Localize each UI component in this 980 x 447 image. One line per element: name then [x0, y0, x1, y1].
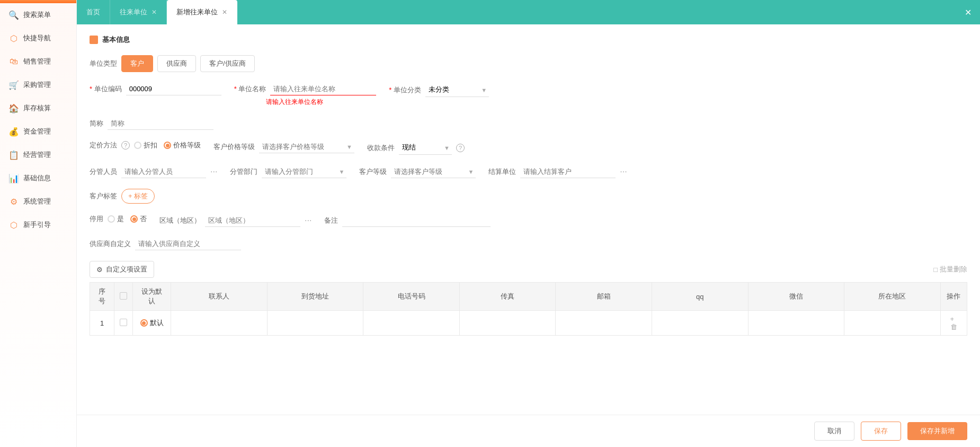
tab-partners-close[interactable]: ✕ — [152, 9, 157, 15]
sidebar-item-search[interactable]: 🔍 搜索菜单 — [0, 3, 76, 27]
radio-no[interactable]: 否 — [130, 214, 147, 224]
short-name-input[interactable] — [108, 117, 213, 130]
fax-input[interactable] — [465, 319, 550, 327]
row-checkbox[interactable] — [120, 319, 127, 326]
th-wechat: 微信 — [748, 283, 844, 311]
sidebar-item-operations[interactable]: 📋 经营管理 — [0, 143, 76, 166]
contact-input[interactable] — [176, 319, 262, 327]
cell-fax[interactable] — [459, 311, 556, 336]
cell-email[interactable] — [556, 311, 652, 336]
unit-code-input[interactable] — [126, 83, 221, 95]
custom-settings-button[interactable]: ⚙ 自定义项设置 — [90, 261, 154, 278]
unit-category-select-wrap: 未分类 ▼ — [425, 83, 489, 97]
pricing-radio-group: 折扣 价格等级 — [134, 141, 201, 150]
sidebar-item-system[interactable]: ⚙ 系统管理 — [0, 190, 76, 213]
address-input[interactable] — [273, 319, 358, 327]
radio-pricelevel-label: 价格等级 — [173, 141, 201, 150]
save-and-new-button[interactable]: 保存并新增 — [907, 422, 967, 440]
region-input[interactable] — [205, 214, 300, 227]
tab-partners[interactable]: 往来单位 ✕ — [110, 0, 167, 24]
unit-code-row: 单位编码 单位名称 请输入往来单位名称 单位分类 未分类 ▼ — [90, 83, 967, 107]
customer-tag-cell: 客户标签 + 标签 — [90, 189, 167, 204]
short-name-label: 简称 — [90, 119, 103, 128]
th-default: 设为默认 — [133, 283, 171, 311]
add-row-btn[interactable]: + — [950, 315, 954, 323]
cell-phone[interactable] — [363, 311, 460, 336]
sidebar-item-quicknav[interactable]: ⬡ 快捷导航 — [0, 27, 76, 50]
supplier-custom-input[interactable] — [135, 238, 241, 250]
sidebar-item-label-sales: 销售管理 — [23, 57, 51, 66]
radio-no-circle — [130, 215, 138, 223]
radio-pricelevel[interactable]: 价格等级 — [164, 141, 201, 150]
cell-qq[interactable] — [652, 311, 748, 336]
sidebar-item-finance[interactable]: 💰 资金管理 — [0, 120, 76, 143]
tab-new-partner[interactable]: 新增往来单位 ✕ — [167, 0, 237, 24]
phone-input[interactable] — [369, 319, 454, 327]
add-tag-button[interactable]: + 标签 — [121, 189, 155, 204]
customer-level-input[interactable] — [391, 165, 476, 178]
header-checkbox[interactable] — [120, 292, 127, 300]
settlement-unit-cell: 结算单位 ··· — [488, 165, 639, 178]
pricing-help-icon[interactable]: ? — [121, 141, 130, 150]
radio-yes[interactable]: 是 — [108, 214, 124, 224]
tab-home[interactable]: 首页 — [77, 0, 110, 24]
sidebar-item-basic[interactable]: 📊 基础信息 — [0, 166, 76, 190]
cell-address[interactable] — [267, 311, 363, 336]
section-basic-info: 基本信息 — [90, 35, 967, 45]
delete-row-btn[interactable]: 🗑 — [950, 323, 957, 331]
section-title-text: 基本信息 — [102, 35, 130, 45]
default-radio[interactable] — [140, 319, 148, 327]
sidebar-item-label-basic: 基础信息 — [23, 173, 51, 183]
table-row: 1 默认 — [90, 311, 967, 336]
unit-type-row: 单位类型 客户 供应商 客户/供应商 — [90, 55, 967, 72]
remarks-cell: 备注 — [324, 214, 503, 227]
batch-delete-button[interactable]: □ 批量删除 — [933, 265, 967, 274]
settlement-more-btn[interactable]: ··· — [620, 168, 627, 176]
cancel-button[interactable]: 取消 — [814, 422, 854, 441]
wechat-input[interactable] — [754, 319, 839, 327]
manager-label: 分管人员 — [90, 167, 117, 177]
sidebar-item-purchase[interactable]: 🛒 采购管理 — [0, 73, 76, 97]
unit-code-label: 单位编码 — [90, 84, 122, 94]
qq-input[interactable] — [657, 319, 743, 327]
cell-contact[interactable] — [171, 311, 268, 336]
cell-default[interactable]: 默认 — [133, 311, 171, 336]
cell-wechat[interactable] — [748, 311, 844, 336]
close-all-button[interactable]: ✕ — [956, 7, 980, 17]
btn-customer[interactable]: 客户 — [121, 55, 153, 72]
email-input[interactable] — [561, 319, 646, 327]
region-cell: 区域（地区） ··· — [159, 214, 324, 227]
save-button[interactable]: 保存 — [861, 422, 901, 441]
sidebar-item-label-quicknav: 快捷导航 — [23, 33, 51, 43]
cell-checkbox[interactable] — [114, 311, 133, 336]
region-table-input[interactable] — [850, 319, 935, 327]
unit-name-input[interactable] — [270, 83, 376, 95]
sidebar-item-guide[interactable]: ⬡ 新手引导 — [0, 213, 76, 236]
manager-more-btn[interactable]: ··· — [210, 168, 217, 176]
custom-settings-label: 自定义项设置 — [106, 265, 147, 274]
radio-discount[interactable]: 折扣 — [134, 141, 157, 150]
sidebar-item-inventory[interactable]: 🏠 库存核算 — [0, 97, 76, 120]
manager-input[interactable] — [121, 165, 206, 178]
th-phone: 电话号码 — [363, 283, 460, 311]
th-address: 到货地址 — [267, 283, 363, 311]
th-checkbox[interactable] — [114, 283, 133, 311]
short-name-row: 简称 — [90, 117, 967, 130]
tab-new-partner-close[interactable]: ✕ — [222, 9, 227, 15]
manager-cell: 分管人员 ··· — [90, 165, 230, 178]
department-select: ▼ — [262, 165, 346, 178]
btn-supplier[interactable]: 供应商 — [157, 55, 196, 72]
cell-region[interactable] — [844, 311, 941, 336]
sidebar-item-sales[interactable]: 🛍 销售管理 — [0, 50, 76, 73]
btn-both[interactable]: 客户/供应商 — [200, 55, 255, 72]
payment-help-icon[interactable]: ? — [456, 144, 465, 152]
gear-icon: ⚙ — [96, 266, 103, 274]
guide-icon: ⬡ — [8, 220, 19, 230]
customer-price-level-input[interactable] — [259, 141, 354, 153]
unit-name-cell: 单位名称 请输入往来单位名称 — [234, 83, 389, 107]
th-seq: 序号 — [90, 283, 114, 311]
region-more-btn[interactable]: ··· — [305, 216, 311, 225]
settlement-unit-input[interactable] — [520, 165, 616, 178]
department-input[interactable] — [262, 165, 346, 178]
remarks-input[interactable] — [342, 214, 491, 227]
